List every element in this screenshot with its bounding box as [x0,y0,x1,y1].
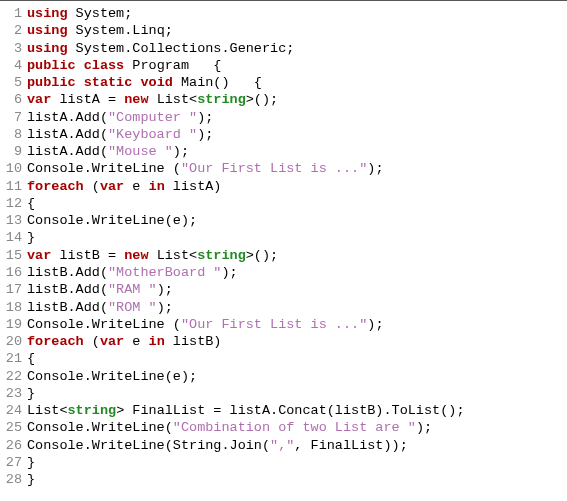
token-plain: ); [416,420,432,435]
code-line: 2using System.Linq; [0,22,567,39]
code-content: foreach (var e in listB) [27,333,567,350]
token-plain: e [124,334,148,349]
line-number: 18 [0,299,27,316]
token-kw: in [149,334,165,349]
token-plain: Program { [124,58,221,73]
line-number: 27 [0,454,27,471]
code-line: 19Console.WriteLine ("Our First List is … [0,316,567,333]
token-plain: e [124,179,148,194]
token-plain: } [27,230,35,245]
code-content: Console.WriteLine(e); [27,368,567,385]
token-plain: listA = [51,92,124,107]
token-kw: public [27,75,76,90]
token-plain: ); [157,282,173,297]
line-number: 13 [0,212,27,229]
line-number: 28 [0,471,27,488]
line-number: 23 [0,385,27,402]
token-plain: listB.Add( [27,265,108,280]
token-kw: new [124,248,148,263]
line-number: 7 [0,109,27,126]
token-plain: System.Collections.Generic; [68,41,295,56]
token-plain: ); [367,161,383,176]
line-number: 1 [0,5,27,22]
token-plain: listB = [51,248,124,263]
code-line: 8listA.Add("Keyboard "); [0,126,567,143]
token-plain: { [27,351,35,366]
token-plain: listA) [165,179,222,194]
token-kw: void [140,75,172,90]
line-number: 16 [0,264,27,281]
line-number: 22 [0,368,27,385]
code-content: public class Program { [27,57,567,74]
code-content: public static void Main() { [27,74,567,91]
code-content: listB.Add("ROM "); [27,299,567,316]
code-content: var listA = new List<string>(); [27,91,567,108]
line-number: 11 [0,178,27,195]
token-plain: } [27,472,35,487]
token-str: "Mouse " [108,144,173,159]
code-line: 22Console.WriteLine(e); [0,368,567,385]
line-number: 6 [0,91,27,108]
line-number: 9 [0,143,27,160]
code-line: 11foreach (var e in listA) [0,178,567,195]
line-number: 21 [0,350,27,367]
token-str: "Keyboard " [108,127,197,142]
code-content: foreach (var e in listA) [27,178,567,195]
token-type: string [68,403,117,418]
token-plain: ); [367,317,383,332]
code-line: 18listB.Add("ROM "); [0,299,567,316]
code-content: Console.WriteLine("Combination of two Li… [27,419,567,436]
token-plain: Console.WriteLine ( [27,161,181,176]
token-plain: Main() { [173,75,262,90]
code-content: using System.Collections.Generic; [27,40,567,57]
token-plain: { [27,196,35,211]
token-kw: var [27,248,51,263]
code-line: 1using System; [0,5,567,22]
token-plain: listA.Add( [27,127,108,142]
token-plain: Console.WriteLine(e); [27,369,197,384]
token-plain [76,75,84,90]
token-kw: var [100,179,124,194]
token-str: "Computer " [108,110,197,125]
code-content: } [27,385,567,402]
token-plain: ); [197,127,213,142]
line-number: 8 [0,126,27,143]
line-number: 5 [0,74,27,91]
code-line: 3using System.Collections.Generic; [0,40,567,57]
token-plain: > FinalList = listA.Concat(listB).ToList… [116,403,464,418]
line-number: 24 [0,402,27,419]
token-plain: ( [84,334,100,349]
line-number: 20 [0,333,27,350]
token-kw: var [27,92,51,107]
code-content: using System.Linq; [27,22,567,39]
token-plain: , FinalList)); [294,438,407,453]
token-str: "MotherBoard " [108,265,221,280]
code-line: 23} [0,385,567,402]
token-type: string [197,92,246,107]
code-line: 21{ [0,350,567,367]
code-content: Console.WriteLine ("Our First List is ..… [27,160,567,177]
token-plain: List< [149,248,198,263]
code-line: 26Console.WriteLine(String.Join(",", Fin… [0,437,567,454]
line-number: 25 [0,419,27,436]
code-content: listA.Add("Keyboard "); [27,126,567,143]
code-content: listA.Add("Computer "); [27,109,567,126]
token-plain: ); [157,300,173,315]
code-content: using System; [27,5,567,22]
token-kw: static [84,75,133,90]
code-line: 7listA.Add("Computer "); [0,109,567,126]
token-type: string [197,248,246,263]
token-plain: listA.Add( [27,110,108,125]
code-content: { [27,350,567,367]
token-plain: Console.WriteLine(e); [27,213,197,228]
token-plain: >(); [246,248,278,263]
token-str: "Combination of two List are " [173,420,416,435]
token-plain [76,58,84,73]
code-line: 4public class Program { [0,57,567,74]
line-number: 12 [0,195,27,212]
token-plain: } [27,455,35,470]
code-line: 5public static void Main() { [0,74,567,91]
line-number: 19 [0,316,27,333]
line-number: 2 [0,22,27,39]
code-content: } [27,229,567,246]
